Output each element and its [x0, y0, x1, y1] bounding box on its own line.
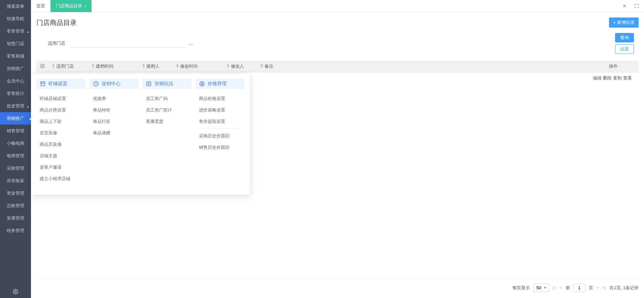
sidebar-item[interactable]: 资金管理: [0, 187, 31, 199]
th-remark[interactable]: 备注: [257, 61, 588, 72]
page-title: 门店商品目录: [36, 18, 77, 27]
flyout-heading: 营销玩法: [142, 79, 192, 89]
flyout-item[interactable]: 老客户邀请: [36, 162, 86, 173]
th-store[interactable]: 适用门店: [48, 61, 88, 72]
sort-icon: [92, 63, 95, 68]
page-input[interactable]: [573, 284, 585, 292]
settings-button[interactable]: 设置: [615, 44, 634, 54]
sidebar-wholesale[interactable]: 批发管理: [0, 100, 31, 112]
flyout-panel: 旺铺设置旺铺店铺设置商品分类设置商品上下架首页装修商品页装修店铺主题老客户邀请建…: [31, 74, 250, 195]
sidebar-item[interactable]: 发票管理: [0, 212, 31, 224]
th-updated-by[interactable]: 修改人: [223, 61, 257, 72]
more-dots-icon[interactable]: …: [189, 41, 193, 46]
flyout-item[interactable]: 单品打折: [90, 116, 139, 127]
flyout-item[interactable]: 旺铺店铺设置: [36, 93, 86, 104]
flyout-item[interactable]: 建立小程序店铺: [36, 173, 86, 185]
sidebar-search[interactable]: 搜索菜单: [0, 0, 31, 12]
svg-point-1: [42, 65, 43, 67]
svg-point-0: [15, 291, 16, 292]
row-action[interactable]: 查看: [623, 75, 632, 80]
flyout-item[interactable]: 商品价格设置: [196, 93, 245, 104]
sidebar-settings-gear[interactable]: [0, 285, 31, 298]
search-label: 适用门店: [48, 40, 65, 46]
row-action[interactable]: 编辑: [593, 75, 602, 80]
flyout-heading: 旺铺设置: [36, 79, 86, 89]
page-label-suffix: 页: [589, 285, 593, 291]
pagination: 每页显示 50 |< < 第 页 > >| 共1页, 1条记录: [36, 278, 639, 292]
close-all-icon[interactable]: ×: [620, 1, 629, 11]
sidebar-item[interactable]: 税务管理: [0, 224, 31, 237]
flyout-item[interactable]: 员工推广码: [142, 93, 192, 104]
sidebar-retail[interactable]: 零售管理: [0, 25, 31, 37]
sidebar-quicknav[interactable]: 快捷导航: [0, 12, 31, 25]
row-actions: 编辑删除复制查看: [588, 72, 639, 84]
sidebar-retail-label: 零售管理: [7, 29, 24, 34]
sidebar-subitem[interactable]: 零售统计: [0, 87, 31, 100]
flyout-item[interactable]: 员工推广统计: [142, 104, 192, 116]
flyout-item[interactable]: 销售历史价跟踪: [196, 142, 245, 153]
page-first-icon[interactable]: |<: [552, 285, 556, 290]
flyout-column: 价格管理商品价格设置进价策略设置售价提取设置采购历史价跟踪销售历史价跟踪: [196, 79, 245, 185]
sidebar-subitem[interactable]: 销售管理: [0, 125, 31, 137]
flyout-item[interactable]: 进价策略设置: [196, 104, 245, 116]
gear-column-header[interactable]: [36, 61, 48, 72]
flyout-heading: 促销中心: [90, 79, 139, 89]
caret-up-icon: [27, 100, 29, 112]
gear-icon: [13, 289, 18, 294]
flyout-heading: 价格管理: [196, 79, 245, 89]
fullscreen-icon[interactable]: [632, 1, 641, 11]
sidebar-subitem[interactable]: 智慧门店: [0, 37, 31, 50]
store-input[interactable]: [71, 39, 185, 48]
sidebar-subitem[interactable]: 营销推广: [0, 62, 31, 75]
tabs-bar: 首页 门店商品目录 × ×: [31, 0, 644, 12]
per-page-select[interactable]: 50: [533, 284, 549, 292]
sort-icon: [260, 63, 263, 68]
flyout-column: 营销玩法员工推广码员工推广统计直播卖货: [142, 79, 192, 185]
tab-active[interactable]: 门店商品目录 ×: [50, 0, 92, 12]
sidebar-subitem[interactable]: 零售商城: [0, 50, 31, 62]
flyout-item[interactable]: 售价提取设置: [196, 116, 245, 127]
pagination-info: 共1页, 1条记录: [609, 285, 639, 291]
page-last-icon[interactable]: >|: [602, 285, 606, 290]
tab-active-label: 门店商品目录: [56, 0, 82, 12]
sidebar-item[interactable]: 库存核算: [0, 174, 31, 187]
flyout-item[interactable]: 单品满赠: [90, 127, 139, 139]
row-action[interactable]: 复制: [613, 75, 622, 80]
query-button[interactable]: 查询: [615, 33, 634, 42]
flyout-item[interactable]: 优惠券: [90, 93, 139, 104]
flyout-item[interactable]: 店铺主题: [36, 150, 86, 162]
page-header: 门店商品目录 + 新增目录: [31, 12, 644, 31]
search-row: 适用门店 … 查询 设置: [31, 31, 644, 61]
sort-icon: [52, 63, 55, 68]
sort-icon: [142, 63, 145, 68]
sidebar-item[interactable]: 采购管理: [0, 162, 31, 174]
flyout-item[interactable]: 首页装修: [36, 127, 86, 139]
th-created-at[interactable]: 建档时间: [88, 61, 139, 72]
sidebar: 搜索菜单 快捷导航 零售管理 智慧门店零售商城营销推广会员中心零售统计 批发管理…: [0, 0, 31, 298]
th-created-by[interactable]: 建档人: [139, 61, 173, 72]
caret-up-icon: [27, 25, 29, 38]
row-action[interactable]: 删除: [603, 75, 612, 80]
flyout-item[interactable]: 单品特价: [90, 104, 139, 116]
sort-icon: [227, 63, 230, 68]
table-cell: [257, 72, 588, 84]
flyout-item[interactable]: 商品页装修: [36, 139, 86, 150]
flyout-item[interactable]: 商品分类设置: [36, 104, 86, 116]
flyout-item[interactable]: 商品上下架: [36, 116, 86, 127]
sidebar-item[interactable]: 小畅电商: [0, 137, 31, 150]
flyout-item[interactable]: 直播卖货: [142, 116, 192, 127]
page-prev-icon[interactable]: <: [560, 285, 562, 290]
sidebar-subitem[interactable]: 会员中心: [0, 75, 31, 87]
flyout-divider: [199, 129, 241, 129]
add-btn-label: 新增目录: [617, 20, 635, 26]
sidebar-subitem[interactable]: 营销推广◂: [0, 112, 31, 125]
tab-home[interactable]: 首页: [31, 0, 50, 12]
sort-icon: [176, 63, 179, 68]
sidebar-item[interactable]: 电商管理: [0, 150, 31, 162]
page-next-icon[interactable]: >: [597, 285, 599, 290]
tab-close-icon[interactable]: ×: [84, 0, 86, 12]
sidebar-item[interactable]: 总账管理: [0, 199, 31, 212]
th-updated-at[interactable]: 修改时间: [173, 61, 223, 72]
flyout-item[interactable]: 采购历史价跟踪: [196, 130, 245, 142]
add-catalog-button[interactable]: + 新增目录: [609, 18, 639, 28]
